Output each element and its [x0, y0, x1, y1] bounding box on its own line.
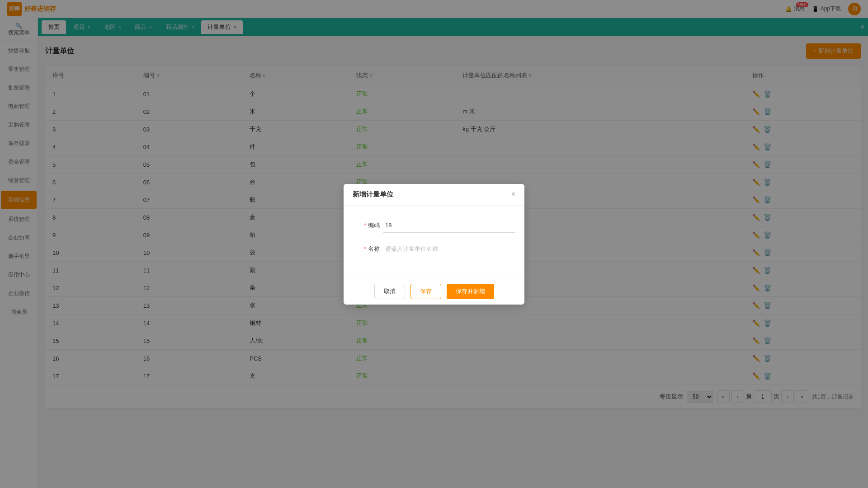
name-input[interactable] [383, 242, 515, 256]
modal-header: 新增计量单位 × [344, 184, 524, 206]
add-unit-modal: 新增计量单位 × 编码 名称 取消 保存 保存并新增 [344, 184, 524, 305]
code-input[interactable] [383, 218, 515, 233]
name-label: 名称 [353, 245, 380, 253]
form-item-name: 名称 [353, 242, 515, 256]
save-button[interactable]: 保存 [410, 284, 441, 299]
modal-overlay: 新增计量单位 × 编码 名称 取消 保存 保存并新增 [0, 0, 868, 488]
cancel-button[interactable]: 取消 [374, 284, 405, 299]
form-item-code: 编码 [353, 218, 515, 233]
modal-close-button[interactable]: × [511, 190, 515, 198]
modal-body: 编码 名称 [344, 206, 524, 278]
modal-footer: 取消 保存 保存并新增 [344, 278, 524, 305]
modal-title: 新增计量单位 [353, 190, 393, 199]
save-new-button[interactable]: 保存并新增 [447, 284, 494, 299]
code-label: 编码 [353, 221, 380, 230]
